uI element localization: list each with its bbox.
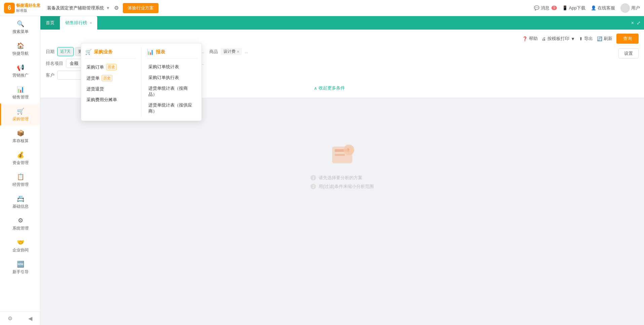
svg-rect-2 (335, 154, 345, 156)
top-bar-right: 💬 消息 9 📱 App下载 👤 在线客服 用户 (534, 3, 640, 13)
empty-text: 1 请先选择要分析的方案 2 用[过滤]条件来缩小分析范围 (311, 173, 373, 191)
svg-text:?: ? (347, 148, 349, 153)
dropdown-item-incoming-supplier[interactable]: 进货单统计表（按供应商） (147, 100, 198, 117)
collapse-label: 收起更多条件 (319, 85, 345, 91)
help-label: 帮助 (529, 36, 538, 42)
filter-goods: 商品 设计费 × ... (209, 48, 248, 55)
dropdown-purchase-col: 🛒 采购业务 采购订单 历史 进货单 历史 进货退货 (81, 47, 140, 117)
sidebar-item-guide[interactable]: 🆕 新手引导 (0, 256, 40, 278)
purchase-order-label: 采购订单 (86, 64, 104, 70)
rank-item-label: 排名项目 (46, 60, 63, 67)
window-close-icon[interactable]: × (631, 20, 634, 26)
print-label: 按模板打印 (547, 36, 569, 42)
print-btn[interactable]: 🖨 按模板打印 ▼ (542, 36, 575, 42)
tab-sales-rank[interactable]: 销售排行榜 × (60, 16, 97, 30)
cooperation-icon: 🤝 (17, 239, 24, 246)
sidebar-item-marketing[interactable]: 📢 营销推广 (0, 60, 40, 82)
goods-label: 商品 (209, 49, 218, 55)
sidebar-item-operations-label: 经营管理 (12, 182, 29, 188)
operations-icon: 📋 (17, 173, 24, 180)
sidebar-item-system[interactable]: ⚙ 系统管理 (0, 213, 40, 235)
date-7days-btn[interactable]: 近7天 (57, 47, 74, 56)
filter-toolbar: ❓ 帮助 🖨 按模板打印 ▼ ⬆ 导出 🔄 (46, 34, 639, 44)
dropdown-divider (141, 47, 142, 117)
service-icon: 👤 (591, 5, 596, 10)
sidebar-settings-icon[interactable]: ⚙ (8, 315, 12, 322)
online-service-btn[interactable]: 👤 在线客服 (591, 5, 615, 11)
return-label: 进货退货 (86, 86, 104, 92)
export-icon: ⬆ (579, 36, 583, 41)
app-download-btn[interactable]: 📱 App下载 (562, 5, 585, 11)
tab-bar-right: × ⤢ (631, 20, 644, 26)
sidebar-item-search[interactable]: 🔍 搜索菜单 (0, 16, 40, 38)
refresh-label: 刷新 (604, 36, 612, 42)
sidebar-bottom: ⚙ ◀ (0, 312, 40, 325)
window-expand-icon[interactable]: ⤢ (637, 20, 641, 26)
query-btn[interactable]: 查询 (616, 34, 639, 44)
sidebar-item-search-label: 搜索菜单 (12, 29, 29, 35)
goods-tag: 设计费 × (221, 48, 242, 55)
sidebar-collapse-icon[interactable]: ◀ (28, 315, 32, 322)
dropdown-item-incoming[interactable]: 进货单 历史 (85, 73, 136, 84)
tab-home-label: 首页 (46, 20, 55, 26)
sidebar-item-inventory-label: 库存核算 (12, 138, 29, 144)
system-name: 装备及固定资产辅助管理系统 (47, 5, 104, 11)
message-icon: 💬 (534, 5, 539, 10)
purchase-icon: 🛒 (17, 108, 24, 115)
logo-text: 畅捷通好生意 标准版 (16, 3, 40, 13)
sidebar-item-basic-info[interactable]: 📇 基础信息 (0, 191, 40, 213)
refresh-icon: 🔄 (597, 36, 602, 41)
dropdown-item-purchase-order[interactable]: 采购订单 历史 (85, 62, 136, 73)
sidebar-item-cooperation[interactable]: 🤝 企业协同 (0, 235, 40, 256)
tab-close-icon[interactable]: × (90, 21, 92, 25)
dropdown-item-return[interactable]: 进货退货 (85, 84, 136, 94)
sidebar-item-finance[interactable]: 💰 资金管理 (0, 147, 40, 169)
messages-label: 消息 (541, 5, 549, 11)
dropdown-report-col: 📊 报表 采购订单统计表 采购订单执行表 进货单统计表（按商品） (143, 47, 202, 117)
system-dropdown-icon[interactable]: ▼ (106, 6, 110, 10)
goods-more[interactable]: ... (245, 49, 248, 54)
empty-icon-area: ? (325, 140, 359, 167)
dropdown-item-incoming-goods[interactable]: 进货单统计表（按商品） (147, 83, 198, 100)
purchase-col-title-label: 采购业务 (94, 49, 113, 55)
dropdown-item-order-stats[interactable]: 采购订单统计表 (147, 62, 198, 72)
dropdown-menu: 🛒 采购业务 采购订单 历史 进货单 历史 进货退货 (81, 43, 202, 121)
export-btn[interactable]: ⬆ 导出 (579, 36, 593, 42)
avatar (620, 3, 630, 13)
home-icon: 🏠 (17, 42, 24, 49)
step-2-num: 2 (311, 184, 316, 189)
page-content: 🛒 采购业务 采购订单 历史 进货单 历史 进货退货 (40, 30, 644, 325)
set-btn[interactable]: 设置 (618, 48, 639, 58)
empty-step-1: 1 请先选择要分析的方案 (311, 173, 373, 182)
dropdown-item-order-exec[interactable]: 采购订单执行表 (147, 72, 198, 83)
top-bar: 6 畅捷通好生意 标准版 装备及固定资产辅助管理系统 ▼ ⚙ 体验行业方案 💬 … (0, 0, 644, 16)
sidebar-item-inventory[interactable]: 📦 库存核算 (0, 125, 40, 147)
app-download-label: App下载 (569, 5, 585, 11)
sales-icon: 📊 (17, 86, 24, 93)
messages-badge: 9 (551, 6, 557, 10)
settings-gear-icon[interactable]: ⚙ (114, 5, 119, 11)
industry-btn[interactable]: 体验行业方案 (123, 3, 158, 13)
marketing-icon: 📢 (17, 64, 24, 71)
sidebar-item-purchase[interactable]: 🛒 采购管理 (0, 104, 40, 125)
help-btn[interactable]: ❓ 帮助 (522, 36, 538, 42)
online-service-label: 在线客服 (598, 5, 615, 11)
system-icon: ⚙ (18, 217, 23, 224)
sidebar: 🔍 搜索菜单 🏠 快捷导航 📢 营销推广 📊 销售管理 🛒 采购管理 📦 (0, 16, 40, 325)
empty-step-2: 2 用[过滤]条件来缩小分析范围 (311, 182, 373, 191)
user-btn[interactable]: 用户 (620, 3, 640, 13)
tab-home[interactable]: 首页 (40, 16, 60, 30)
dropdown-item-expense[interactable]: 采购费用分摊单 (85, 94, 136, 105)
sidebar-item-operations[interactable]: 📋 经营管理 (0, 169, 40, 191)
messages-btn[interactable]: 💬 消息 9 (534, 5, 557, 11)
top-bar-system: 装备及固定资产辅助管理系统 ▼ ⚙ 体验行业方案 (44, 3, 534, 13)
sidebar-item-system-label: 系统管理 (12, 226, 29, 231)
sidebar-item-cooperation-label: 企业协同 (12, 247, 29, 253)
goods-tag-close[interactable]: × (237, 49, 239, 54)
tab-bar: 首页 销售排行榜 × × ⤢ (40, 16, 644, 30)
sidebar-item-sales[interactable]: 📊 销售管理 (0, 82, 40, 104)
sidebar-item-quick-nav[interactable]: 🏠 快捷导航 (0, 38, 40, 60)
sidebar-item-guide-label: 新手引导 (12, 269, 29, 275)
report-col-icon: 📊 (147, 49, 154, 55)
refresh-btn[interactable]: 🔄 刷新 (597, 36, 612, 42)
